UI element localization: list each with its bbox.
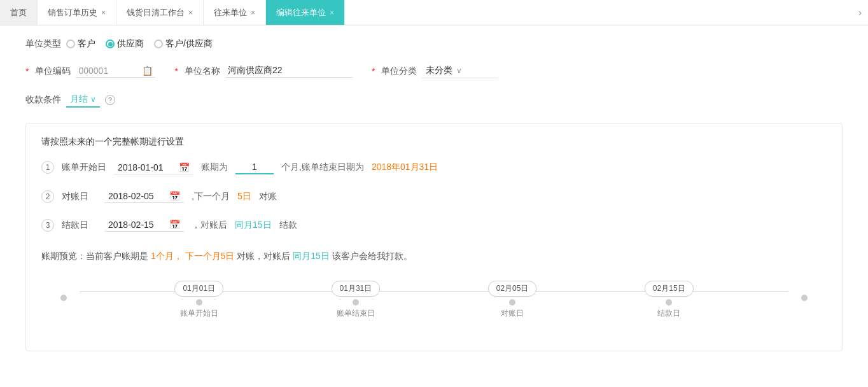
tab-home-label: 首页 xyxy=(10,7,27,18)
unit-type-row: 单位类型 客户 供应商 客户/供应商 xyxy=(25,38,843,50)
period-row-1-number: 1 xyxy=(41,161,54,174)
tab-partner-close[interactable]: × xyxy=(251,8,255,17)
period-row-2-number: 2 xyxy=(41,190,54,203)
timeline-dot-2 xyxy=(353,299,359,306)
preview-part3: 同月15日 xyxy=(293,251,330,261)
period-row-3-number: 3 xyxy=(41,219,54,232)
unit-category-value: 未分类 xyxy=(426,65,452,76)
unit-category-star: * xyxy=(372,66,375,76)
unit-category-label: 单位分类 xyxy=(381,66,417,77)
timeline-point-3: 02月05日 对账日 xyxy=(488,281,537,319)
payment-chevron: ∨ xyxy=(90,95,96,104)
unit-code-doc-icon[interactable]: 📋 xyxy=(142,66,153,76)
unit-code-star: * xyxy=(25,66,29,76)
payment-label: 收款条件 xyxy=(25,94,61,106)
period-row-2-cal-icon[interactable]: 📅 xyxy=(169,191,180,201)
radio-both[interactable]: 客户/供应商 xyxy=(154,38,213,50)
timeline-desc-2: 账单结束日 xyxy=(337,308,375,319)
main-content: 单位类型 客户 供应商 客户/供应商 * 单位编码 xyxy=(0,25,868,387)
timeline-label-3: 02月05日 xyxy=(488,281,537,297)
unit-name-star: * xyxy=(174,66,178,76)
preview-section: 账期预览：当前客户账期是 1个月， 下一个月5日 对账，对账后 同月15日 该客… xyxy=(41,238,827,274)
period-row-3-date-wrapper: 📅 xyxy=(104,218,184,232)
tab-partner[interactable]: 往来单位 × xyxy=(204,0,266,25)
period-row-3: 3 结款日 📅 ，对账后 同月15日 结款 xyxy=(41,218,827,232)
period-card: 请按照未来的一个完整帐期进行设置 1 账单开始日 📅 账期为 个月,账单结束日期… xyxy=(25,123,843,351)
period-row-2-label: 对账日 xyxy=(62,191,97,202)
radio-both-circle xyxy=(154,39,163,48)
period-row-1-date-wrapper: 📅 xyxy=(114,161,193,174)
timeline-dot-4 xyxy=(666,299,672,306)
radio-supplier[interactable]: 供应商 xyxy=(106,38,144,50)
unit-category-chevron: ∨ xyxy=(456,66,462,75)
tab-arrow[interactable]: › xyxy=(852,0,868,25)
radio-group: 客户 供应商 客户/供应商 xyxy=(66,38,213,50)
preview-label: 账期预览：当前客户账期是 xyxy=(41,251,148,261)
payment-value: 月结 xyxy=(70,94,88,105)
period-row-3-date-input[interactable] xyxy=(108,220,165,230)
tab-edit-partner-close[interactable]: × xyxy=(330,8,334,17)
timeline-section: 01月01日 账单开始日 01月31日 账单结束日 02月05日 对账日 02月… xyxy=(41,274,827,338)
period-row-2-date-wrapper: 📅 xyxy=(104,190,184,203)
tab-cash-work-close[interactable]: × xyxy=(188,8,193,17)
tab-sales-history-close[interactable]: × xyxy=(101,8,106,17)
period-row-1-suffix: 账期为 xyxy=(201,162,228,173)
tab-edit-partner-label: 编辑往来单位 xyxy=(276,7,326,18)
timeline-left-end-dot xyxy=(60,295,67,301)
period-row-2-suffix: 对账 xyxy=(259,191,277,202)
period-row-3-highlight-day: 同月15日 xyxy=(235,220,272,231)
unit-category-group: * 单位分类 未分类 ∨ xyxy=(372,64,498,78)
unit-code-group: * 单位编码 📋 xyxy=(25,64,155,78)
timeline-points: 01月01日 账单开始日 01月31日 账单结束日 02月05日 对账日 02月… xyxy=(60,281,808,319)
help-icon[interactable]: ? xyxy=(105,95,115,105)
unit-code-input[interactable] xyxy=(78,66,142,76)
radio-supplier-label: 供应商 xyxy=(117,38,144,50)
timeline-point-1: 01月01日 账单开始日 xyxy=(174,281,223,319)
payment-select[interactable]: 月结 ∨ xyxy=(66,92,100,108)
timeline-point-2: 01月31日 账单结束日 xyxy=(332,281,381,319)
period-row-2-prefix: ,下一个月 xyxy=(192,191,230,202)
tab-cash-work[interactable]: 钱货日清工作台 × xyxy=(116,0,204,25)
unit-category-select[interactable]: 未分类 ∨ xyxy=(422,64,498,78)
tab-sales-history-label: 销售订单历史 xyxy=(48,7,97,18)
radio-both-label: 客户/供应商 xyxy=(165,38,213,50)
tab-home[interactable]: 首页 xyxy=(0,0,38,25)
timeline-label-2: 01月31日 xyxy=(332,281,381,297)
period-row-2-date-input[interactable] xyxy=(108,191,165,201)
unit-code-label: 单位编码 xyxy=(35,66,71,77)
timeline-dot-3 xyxy=(509,299,515,306)
unit-name-input[interactable] xyxy=(225,64,353,78)
preview-end: 该客户会给我打款。 xyxy=(332,251,412,261)
tab-partner-label: 往来单位 xyxy=(214,7,247,18)
tab-bar: 首页 销售订单历史 × 钱货日清工作台 × 往来单位 × 编辑往来单位 × › xyxy=(0,0,868,25)
preview-part2: 下一个月5日 xyxy=(185,251,235,261)
period-row-1-highlight-date: 2018年01月31日 xyxy=(372,162,438,173)
radio-customer-circle xyxy=(66,39,75,48)
payment-row: 收款条件 月结 ∨ ? xyxy=(25,92,843,108)
unit-type-label: 单位类型 xyxy=(25,38,61,50)
period-title: 请按照未来的一个完整帐期进行设置 xyxy=(41,136,827,148)
period-row-1-month-input[interactable] xyxy=(235,160,274,174)
unit-name-group: * 单位名称 xyxy=(174,64,352,78)
period-row-3-prefix: ，对账后 xyxy=(192,220,227,231)
tab-cash-work-label: 钱货日清工作台 xyxy=(127,7,185,18)
period-row-1-date-input[interactable] xyxy=(118,162,175,172)
timeline-desc-3: 对账日 xyxy=(501,308,524,319)
radio-customer-label: 客户 xyxy=(78,38,95,50)
period-row-3-label: 结款日 xyxy=(62,220,97,231)
period-row-1: 1 账单开始日 📅 账期为 个月,账单结束日期为 2018年01月31日 xyxy=(41,160,827,174)
timeline-desc-4: 结款日 xyxy=(657,308,680,319)
period-row-1-cal-icon[interactable]: 📅 xyxy=(179,162,190,172)
timeline-label-1: 01月01日 xyxy=(174,281,223,297)
period-row-3-cal-icon[interactable]: 📅 xyxy=(169,220,180,230)
payment-group: 收款条件 月结 ∨ ? xyxy=(25,92,115,108)
unit-code-input-wrapper: 📋 xyxy=(76,64,155,78)
timeline-point-4: 02月15日 结款日 xyxy=(645,281,694,319)
tab-edit-partner[interactable]: 编辑往来单位 × xyxy=(266,0,345,25)
unit-name-label: 单位名称 xyxy=(185,66,220,77)
tab-sales-history[interactable]: 销售订单历史 × xyxy=(38,0,116,25)
radio-customer[interactable]: 客户 xyxy=(66,38,95,50)
unit-type-group: 单位类型 客户 供应商 客户/供应商 xyxy=(25,38,213,50)
timeline-label-4: 02月15日 xyxy=(645,281,694,297)
timeline-desc-1: 账单开始日 xyxy=(180,308,218,319)
